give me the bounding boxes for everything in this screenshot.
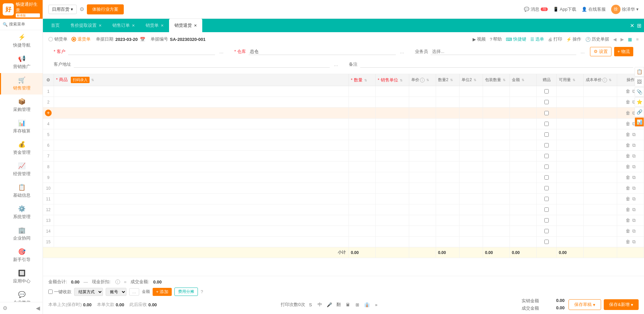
add-payment-btn[interactable]: + 添加 xyxy=(153,288,172,296)
amount-cell[interactable] xyxy=(510,97,537,108)
topbar-settings-icon[interactable]: ⚙ xyxy=(79,6,84,12)
sidebar-item-enterprise[interactable]: 🏢 企业协同 xyxy=(0,223,43,245)
delete-row-icon[interactable]: 🗑 xyxy=(626,121,630,127)
notes-input[interactable] xyxy=(360,61,633,68)
sougou-icon[interactable]: S xyxy=(307,301,315,309)
float-star-btn[interactable]: ⭐ xyxy=(635,97,644,107)
cost-price-cell[interactable] xyxy=(584,86,617,97)
unit2-cell[interactable] xyxy=(460,97,483,108)
gift-checkbox[interactable] xyxy=(544,132,549,137)
sidebar-item-basics[interactable]: 📋 基础信息 xyxy=(0,180,43,202)
list-view-icon[interactable]: ≡ xyxy=(636,37,639,42)
tab-close-icon[interactable]: ✕ xyxy=(132,23,135,28)
gift-checkbox[interactable] xyxy=(544,229,549,233)
radio-sales[interactable]: 销货单 xyxy=(48,36,67,42)
sidebar-item-marketing[interactable]: 📢 营销推广 xyxy=(0,52,43,73)
sidebar-item-inventory[interactable]: 📊 库存核算 xyxy=(0,116,43,137)
delete-row-icon[interactable]: 🗑 xyxy=(626,239,630,245)
sidebar-collapse-btn[interactable]: ◀ xyxy=(36,305,40,311)
warehouse-input[interactable] xyxy=(249,48,396,55)
gift-checkbox[interactable] xyxy=(544,186,549,190)
delete-row-icon[interactable]: 🗑 xyxy=(626,142,630,148)
delete-row-icon[interactable]: 🗑 xyxy=(626,132,630,137)
gift-checkbox[interactable] xyxy=(544,122,549,126)
tab-sales-return[interactable]: 销货退货 ✕ xyxy=(169,19,202,32)
qty2-cell[interactable] xyxy=(436,86,460,97)
unit-price-info-icon[interactable]: i xyxy=(420,78,425,82)
delete-row-icon[interactable]: 🗑 xyxy=(626,88,630,94)
product-cell[interactable] xyxy=(54,86,349,97)
customer-input[interactable] xyxy=(68,48,215,55)
delete-row-icon[interactable]: 🗑 xyxy=(626,196,630,202)
unit2-cell[interactable] xyxy=(460,86,483,97)
available-cell[interactable] xyxy=(557,86,584,97)
one-key-payment-checkbox[interactable] xyxy=(48,290,53,294)
scan-btn[interactable]: 扫码录入 xyxy=(71,77,90,83)
toolbar-shortcut[interactable]: ⌨ 快捷键 xyxy=(506,36,526,42)
salesperson-input[interactable] xyxy=(431,48,576,55)
quantity-cell[interactable] xyxy=(349,97,376,108)
calendar-icon[interactable]: 📅 xyxy=(140,37,145,42)
sidebar-item-operations[interactable]: 📈 经营管理 xyxy=(0,159,43,180)
address-dots-btn[interactable]: … xyxy=(334,62,338,67)
tab-price-setting[interactable]: 售价提取设置 ✕ xyxy=(65,19,107,32)
product-sort-icon[interactable]: ⇅ xyxy=(91,78,94,82)
account-dots-btn[interactable]: … xyxy=(129,288,139,296)
sidebar-item-purchase[interactable]: 📦 采购管理 xyxy=(0,95,43,116)
online-service-btn[interactable]: 👤 在线客服 xyxy=(582,6,606,12)
new-quantity-cell[interactable] xyxy=(349,108,376,119)
sales-unit-cell[interactable] xyxy=(376,97,409,108)
float-link-btn[interactable]: 🔗 xyxy=(635,107,644,117)
sidebar-item-sales[interactable]: 🛒 销售管理 xyxy=(0,73,43,95)
message-btn[interactable]: 💬 消息 70 xyxy=(524,6,548,12)
user-avatar[interactable]: 徐 徐泽华 ▾ xyxy=(611,5,639,14)
table-icon[interactable]: ⊞ xyxy=(354,301,362,309)
new-product-input[interactable] xyxy=(56,111,346,116)
delete-row-icon[interactable]: 🗑 xyxy=(626,217,630,223)
gift-checkbox[interactable] xyxy=(544,89,549,93)
copy-row-icon[interactable]: ⧉ xyxy=(632,164,636,170)
translate-icon[interactable]: 翻 xyxy=(335,301,343,309)
address-input[interactable] xyxy=(74,61,330,68)
unit-price-cell[interactable] xyxy=(409,86,436,97)
toolbar-operate[interactable]: ⚡ 操作 xyxy=(566,36,581,42)
sidebar-item-apps[interactable]: 🔲 应用中心 xyxy=(0,266,43,288)
sidebar-search[interactable]: 🔍 搜索菜单 xyxy=(0,19,43,30)
chinese-icon[interactable]: 中 xyxy=(316,301,324,309)
copy-row-icon[interactable]: ⧉ xyxy=(632,142,636,148)
product-input[interactable] xyxy=(56,89,346,94)
new-unit-cell[interactable] xyxy=(376,108,409,119)
qty2-sort-icon[interactable]: ⇅ xyxy=(450,78,453,82)
fee-help-icon[interactable]: ? xyxy=(201,289,203,294)
available-sort-icon[interactable]: ⇅ xyxy=(573,78,575,82)
tab-close-icon[interactable]: ✕ xyxy=(194,23,197,28)
calc-method-select[interactable]: 结算方式 xyxy=(74,288,103,296)
unit2-sort-icon[interactable]: ⇅ xyxy=(474,78,476,82)
sidebar-item-guide[interactable]: 🎯 新手引导 xyxy=(0,245,43,266)
cost-price-info-icon[interactable]: i xyxy=(602,78,607,82)
pack-qty-cell[interactable] xyxy=(483,97,510,108)
sidebar-item-quick-nav[interactable]: ⚡ 快捷导航 xyxy=(0,30,43,52)
unit-price-cell[interactable] xyxy=(409,97,436,108)
toolbar-video[interactable]: ▶ 视频 xyxy=(473,36,486,42)
tab-close-icon[interactable]: ✕ xyxy=(161,23,164,28)
new-price-cell[interactable] xyxy=(409,108,436,119)
delete-row-icon[interactable]: 🗑 xyxy=(626,175,630,180)
new-gift-cell[interactable] xyxy=(537,108,557,119)
industry-dropdown[interactable]: 日用百货 ▾ xyxy=(48,5,77,14)
discount-info-icon[interactable]: i xyxy=(115,279,120,284)
more-icon[interactable]: » xyxy=(372,301,380,309)
delete-row-icon[interactable]: 🗑 xyxy=(626,110,630,116)
copy-row-icon[interactable]: ⧉ xyxy=(632,175,636,180)
new-cost-cell[interactable] xyxy=(584,108,617,119)
price-sort-icon[interactable]: ⇅ xyxy=(426,78,429,82)
gift-cell[interactable] xyxy=(537,97,557,108)
float-attachment-btn[interactable]: 📎 xyxy=(635,87,644,97)
radio-return[interactable]: 退货单 xyxy=(71,36,91,42)
new-available-cell[interactable] xyxy=(557,108,584,119)
qty2-cell[interactable] xyxy=(436,97,460,108)
gift-checkbox[interactable] xyxy=(544,197,549,201)
gift-checkbox[interactable] xyxy=(544,143,549,147)
logistics-btn[interactable]: + 物流 xyxy=(614,47,633,56)
new-unit2-cell[interactable] xyxy=(460,108,483,119)
